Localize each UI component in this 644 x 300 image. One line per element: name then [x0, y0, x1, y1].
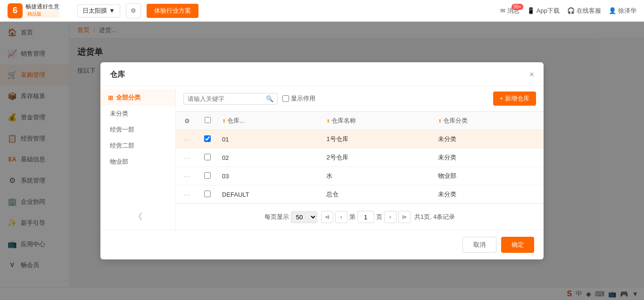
warehouse-table: ⚙ ⬆ 仓库...: [176, 111, 544, 204]
row-category: 物业部: [432, 167, 544, 185]
table-area: 🔍 显示停用 + 新增仓库 ⚙: [176, 86, 544, 230]
show-disabled-checkbox: 显示停用: [282, 94, 315, 103]
pagination: 每页显示 102050100 ⊲ ‹ 第 页 › ⊳ 共1页, 4条记录: [176, 204, 544, 230]
row-name: 总仓: [321, 185, 432, 204]
store-selector[interactable]: 日太阳膜 ▼: [77, 4, 120, 17]
user-name: 徐泽华: [618, 7, 636, 15]
row-select-checkbox[interactable]: [204, 191, 211, 197]
row-gear-cell: ···: [176, 130, 198, 149]
row-select-checkbox[interactable]: [204, 135, 211, 142]
select-all-checkbox[interactable]: [205, 117, 211, 123]
row-category: 未分类: [432, 149, 544, 167]
modal-footer: 取消 确定: [100, 230, 544, 259]
table-body: ··· 01 1号仓库 未分类 ··· 02 2号仓库 未分类 ··· 03 水…: [176, 130, 544, 204]
category-label: 未分类: [110, 110, 128, 117]
row-code: DEFAULT: [216, 185, 321, 204]
trial-button[interactable]: 体验行业方案: [147, 4, 198, 18]
modal-overlay[interactable]: 仓库 × ⊞ 全部分类 未分类 经营一部 经营二部: [0, 22, 644, 300]
category-label: 物业部: [110, 158, 128, 165]
row-gear-cell: ···: [176, 167, 198, 185]
row-select-checkbox[interactable]: [204, 154, 211, 160]
sort-icon-cat: ⬆: [438, 118, 442, 124]
table-row[interactable]: ··· DEFAULT 总仓 未分类: [176, 185, 544, 204]
th-code: ⬆ 仓库...: [216, 112, 321, 130]
row-checkbox-cell: [198, 167, 216, 185]
phone-icon: 📱: [527, 7, 535, 14]
show-disabled-label: 显示停用: [291, 94, 315, 103]
per-page-label: 每页显示: [264, 213, 289, 221]
confirm-button[interactable]: 确定: [501, 237, 534, 253]
row-code: 03: [216, 167, 321, 185]
table-row[interactable]: ··· 02 2号仓库 未分类: [176, 149, 544, 167]
th-gear: ⚙: [176, 112, 198, 130]
total-info: 共1页, 4条记录: [414, 213, 455, 221]
category-item-dept2[interactable]: 经营二部: [100, 138, 175, 154]
row-gear-cell: ···: [176, 149, 198, 167]
category-item-property[interactable]: 物业部: [100, 154, 175, 170]
cancel-button[interactable]: 取消: [462, 237, 496, 253]
category-item-dept1[interactable]: 经营一部: [100, 122, 175, 138]
row-options-icon[interactable]: ···: [184, 154, 190, 161]
th-checkbox: [198, 112, 216, 130]
row-name: 2号仓库: [321, 149, 432, 167]
table-row[interactable]: ··· 01 1号仓库 未分类: [176, 130, 544, 149]
row-checkbox-cell: [198, 149, 216, 167]
row-checkbox-cell: [198, 185, 216, 204]
messages-badge: 99+: [512, 4, 523, 10]
sort-icon-name: ⬆: [326, 118, 330, 124]
logo-icon: 6: [8, 3, 23, 18]
category-all[interactable]: ⊞ 全部分类: [100, 90, 175, 106]
disabled-checkbox[interactable]: [282, 95, 289, 102]
row-code: 01: [216, 130, 321, 149]
search-input[interactable]: [188, 95, 266, 102]
header-right: ✉ 消息 99+ 📱 App下载 🎧 在线客服 👤 徐泽华: [500, 7, 636, 15]
row-select-checkbox[interactable]: [204, 172, 211, 179]
message-icon: ✉: [500, 7, 505, 14]
modal-close-button[interactable]: ×: [529, 70, 534, 80]
table-toolbar: 🔍 显示停用 + 新增仓库: [176, 86, 544, 111]
table-row[interactable]: ··· 03 水 物业部: [176, 167, 544, 185]
row-name: 1号仓库: [321, 130, 432, 149]
category-label: 经营二部: [110, 142, 134, 149]
last-page-button[interactable]: ⊳: [398, 211, 411, 223]
settings-icon[interactable]: ⚙: [126, 3, 141, 18]
page-label: 第: [349, 213, 355, 221]
prev-page-button[interactable]: ‹: [335, 211, 347, 223]
page-navigation: ⊲ ‹ 第 页 › ⊳: [321, 211, 411, 223]
modal-header: 仓库 ×: [100, 62, 544, 86]
first-page-button[interactable]: ⊲: [321, 211, 333, 223]
gear-header-icon[interactable]: ⚙: [184, 117, 190, 125]
search-icon[interactable]: 🔍: [266, 95, 273, 102]
messages-button[interactable]: ✉ 消息 99+: [500, 7, 520, 15]
row-checkbox-cell: [198, 130, 216, 149]
per-page-select[interactable]: 102050100: [291, 211, 317, 223]
category-collapse-button[interactable]: 《: [100, 207, 175, 226]
table-scroll: ⚙ ⬆ 仓库...: [176, 111, 544, 204]
modal-body: ⊞ 全部分类 未分类 经营一部 经营二部 物业部 《: [100, 86, 544, 230]
sort-icon: ⬆: [222, 118, 226, 124]
row-options-icon[interactable]: ···: [184, 136, 190, 143]
headset-icon: 🎧: [567, 7, 575, 14]
th-name: ⬆ 仓库名称: [321, 112, 432, 130]
th-category: ⬆ 仓库分类: [432, 112, 544, 130]
add-warehouse-button[interactable]: + 新增仓库: [493, 92, 536, 106]
top-header: 6 畅捷通好生意 精品版 日太阳膜 ▼ ⚙ 体验行业方案 ✉ 消息 99+ 📱 …: [0, 0, 644, 22]
search-box: 🔍: [183, 93, 278, 105]
grid-icon: ⊞: [108, 94, 113, 101]
logo-area: 6 畅捷通好生意 精品版: [8, 3, 77, 18]
category-item-unclassified[interactable]: 未分类: [100, 106, 175, 122]
category-all-label: 全部分类: [116, 93, 140, 102]
row-name: 水: [321, 167, 432, 185]
user-profile-button[interactable]: 👤 徐泽华: [609, 7, 636, 15]
row-options-icon[interactable]: ···: [184, 191, 190, 198]
store-name: 日太阳膜: [83, 7, 107, 15]
logo-badge: 精品版: [25, 10, 59, 18]
row-options-icon[interactable]: ···: [184, 173, 190, 180]
page-size-selector: 每页显示 102050100: [264, 211, 317, 223]
next-page-button[interactable]: ›: [384, 211, 396, 223]
current-page-input[interactable]: [357, 211, 374, 223]
app-download-button[interactable]: 📱 App下载: [527, 7, 560, 15]
logo-text: 畅捷通好生意: [25, 3, 59, 11]
customer-service-button[interactable]: 🎧 在线客服: [567, 7, 601, 15]
row-code: 02: [216, 149, 321, 167]
